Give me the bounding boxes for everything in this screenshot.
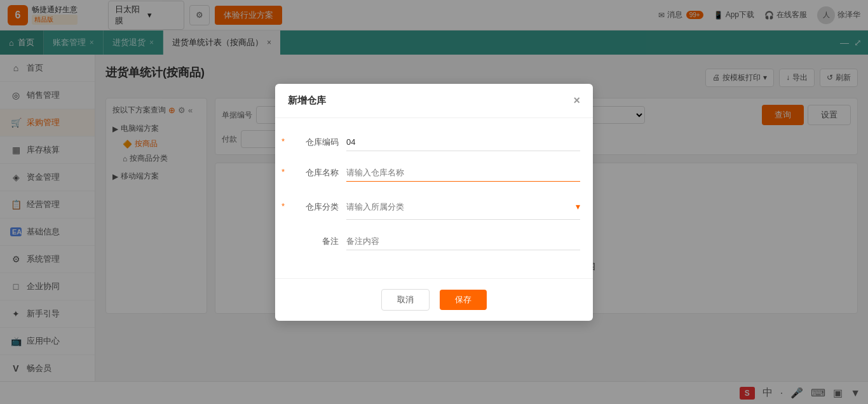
category-label: 仓库分类 <box>288 201 339 213</box>
form-row-code: 仓库编码 <box>288 133 580 151</box>
new-warehouse-modal: 新增仓库 × 仓库编码 仓库名称 仓库分类 ▾ <box>275 84 593 321</box>
modal-footer: 取消 保存 <box>275 278 593 321</box>
cancel-button[interactable]: 取消 <box>381 289 430 311</box>
form-row-name: 仓库名称 <box>288 164 580 182</box>
category-select-wrap: ▾ <box>346 194 580 220</box>
save-button[interactable]: 保存 <box>440 290 487 310</box>
modal-body: 仓库编码 仓库名称 仓库分类 ▾ 备注 <box>275 118 593 278</box>
modal-title: 新增仓库 <box>288 95 326 107</box>
note-label: 备注 <box>288 236 339 247</box>
code-input[interactable] <box>346 133 580 151</box>
category-input[interactable] <box>346 198 576 215</box>
modal-close-button[interactable]: × <box>573 94 580 107</box>
category-dropdown-icon[interactable]: ▾ <box>576 201 580 212</box>
code-label: 仓库编码 <box>288 137 339 148</box>
modal-overlay[interactable]: 新增仓库 × 仓库编码 仓库名称 仓库分类 ▾ <box>0 0 868 404</box>
form-row-note: 备注 <box>288 232 580 250</box>
name-label: 仓库名称 <box>288 167 339 178</box>
form-row-category: 仓库分类 ▾ <box>288 194 580 220</box>
name-input[interactable] <box>346 164 580 182</box>
note-input[interactable] <box>346 232 580 250</box>
modal-header: 新增仓库 × <box>275 84 593 118</box>
